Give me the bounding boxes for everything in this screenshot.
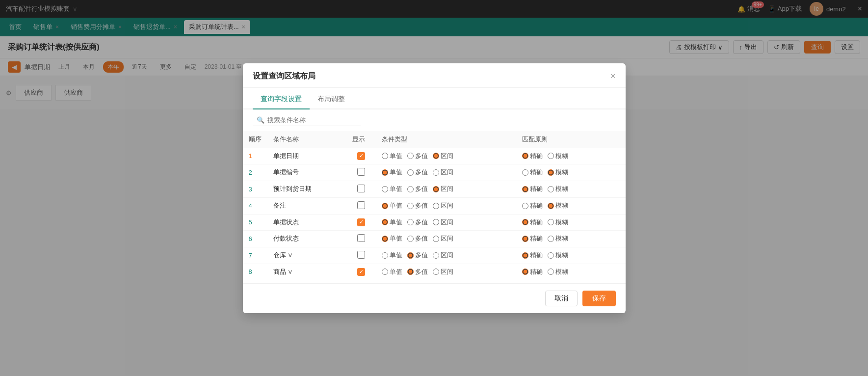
dialog-close-btn[interactable]: × [610,72,616,81]
tab-fields[interactable]: 查询字段设置 [253,90,310,109]
modal-overlay: 设置查询区域布局 × 查询字段设置 布局调整 🔍 [0,0,868,109]
dialog-header: 设置查询区域布局 × [243,63,626,88]
dialog-title: 设置查询区域布局 [253,71,316,81]
dialog-body: 查询字段设置 布局调整 🔍 顺序 条 [243,88,626,110]
dialog-tabs: 查询字段设置 布局调整 [243,90,626,109]
search-row: 🔍 [243,109,626,110]
tab-layout[interactable]: 布局调整 [310,90,353,109]
settings-dialog: 设置查询区域布局 × 查询字段设置 布局调整 🔍 [243,63,626,110]
